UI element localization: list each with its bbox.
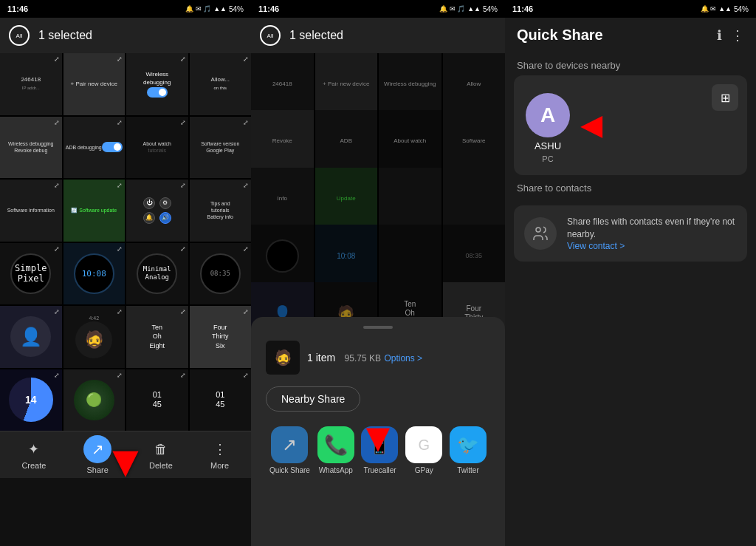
watch-cell[interactable]: FourThirtySix ⤢ (190, 306, 252, 368)
twitter-icon: 🐦 (450, 426, 487, 463)
watch-cell[interactable]: MinimalAnalog ⤢ (126, 243, 188, 305)
toggle (147, 87, 168, 98)
gpay-label: GPay (415, 466, 433, 474)
expand-icon: ⤢ (54, 245, 60, 253)
watch-cell[interactable]: 0145 ⤢ (190, 369, 252, 431)
wifi-icon-1: ▲▲ (213, 5, 227, 13)
device-avatar: A (526, 93, 570, 137)
watch-cell[interactable]: 4:42 🧔 ⤢ (63, 306, 126, 368)
item-thumbnail: 🧔 (266, 341, 300, 375)
status-bar-1: 11:46 🔔 ✉ 🎵 ▲▲ 54% (0, 0, 251, 18)
status-bar-3: 11:46 🔔 ✉ ▲▲ 54% (505, 0, 756, 18)
expand-icon: ⤢ (117, 55, 123, 63)
status-bar-2: 11:46 🔔 ✉ 🎵 ▲▲ 54% (251, 0, 505, 18)
truecaller-label: Truecaller (363, 466, 396, 474)
grid-cell[interactable]: Software information ⤢ (0, 180, 62, 242)
status-badge-3: 🔔 ✉ (701, 5, 717, 13)
cell-content: 246418IP addr... (21, 76, 41, 92)
status-icons-3: 🔔 ✉ ▲▲ 54% (701, 5, 749, 13)
create-icon: ✦ (24, 440, 44, 459)
avatar-letter: A (540, 103, 555, 127)
battery-1: 54% (229, 5, 244, 13)
selected-text-2: 1 selected (289, 29, 343, 42)
sheet-handle (363, 326, 393, 329)
twitter-app[interactable]: 🐦 Twitter (450, 426, 487, 474)
grid-cell[interactable]: About watchtutorials ⤢ (126, 117, 188, 179)
item-info: 1 item 95.75 KB Options > (307, 351, 490, 364)
watch-cell[interactable]: 0145 ⤢ (126, 369, 188, 431)
nearby-share-button[interactable]: Nearby Share (266, 386, 360, 412)
watch-cell[interactable]: 14 ⤢ (0, 369, 62, 431)
svg-point-0 (536, 228, 540, 232)
toggle (102, 142, 123, 152)
notification-icons-1: 🔔 ✉ 🎵 (185, 5, 211, 13)
status-icons-2: 🔔 ✉ 🎵 ▲▲ 54% (439, 5, 498, 13)
grid-cell[interactable]: Wireless debugging ⤢ (126, 53, 188, 115)
panel-1: 11:46 🔔 ✉ 🎵 ▲▲ 54% All 1 selected 246418… (0, 0, 251, 546)
info-icon[interactable]: ℹ (717, 27, 722, 44)
grid-cell[interactable]: 🔄 Software update ⤢ (63, 180, 126, 242)
expand-icon: ⤢ (243, 372, 249, 379)
device-type: PC (542, 154, 553, 163)
watch-cell[interactable]: SimplePixel ⤢ (0, 243, 62, 305)
watch-face: 08:35 (190, 243, 252, 305)
grid-cell[interactable]: 246418IP addr... ⤢ (0, 53, 62, 115)
expand-icon: ⤢ (54, 119, 60, 126)
cell-content: Wireless debuggingRevoke debug (8, 140, 53, 154)
expand-icon: ⤢ (243, 55, 249, 63)
contacts-card: Share files with contacts even if they'r… (514, 205, 747, 262)
watch-cell[interactable]: TenOhEight ⤢ (126, 306, 188, 368)
grid-cell[interactable]: Software versionGoogle Play ⤢ (190, 117, 252, 179)
expand-icon: ⤢ (180, 182, 186, 189)
expand-icon: ⤢ (243, 182, 249, 189)
sheet-item-row: 🧔 1 item 95.75 KB Options > (260, 338, 496, 378)
quick-share-app[interactable]: ↗ Quick Share (269, 426, 310, 474)
expand-icon: ⤢ (180, 245, 186, 253)
all-label-1: All (16, 33, 23, 39)
create-button[interactable]: ✦ Create (21, 440, 46, 470)
red-arrow-down-1: ▼ (103, 436, 147, 487)
view-contact-link[interactable]: View contact > (567, 241, 737, 251)
watch-cell[interactable]: 10:08 ⤢ (63, 243, 126, 305)
whatsapp-icon: 📞 (317, 426, 354, 463)
grid-cell[interactable]: ⏻ ⚙ 🔔 🔊 ⤢ (126, 180, 188, 242)
contacts-info: Share files with contacts even if they'r… (567, 216, 737, 251)
all-circle-2[interactable]: All (260, 25, 281, 46)
watch-cell[interactable]: 08:35 ⤢ (190, 243, 252, 305)
delete-button[interactable]: 🗑 Delete (149, 440, 173, 470)
expand-icon: ⤢ (54, 55, 60, 63)
qr-icon: ⊞ (721, 91, 730, 105)
cell-content: Allow...on this (211, 76, 230, 92)
all-circle-1[interactable]: All (9, 25, 30, 46)
create-label: Create (21, 461, 46, 470)
whatsapp-app[interactable]: 📞 WhatsApp (317, 426, 354, 474)
delete-label: Delete (149, 461, 173, 470)
more-icon[interactable]: ⋮ (731, 27, 744, 44)
watch-face: SimplePixel (0, 243, 62, 305)
header-icons: ℹ ⋮ (717, 27, 744, 44)
more-button[interactable]: ⋮ More (210, 440, 230, 470)
grid-cell[interactable]: ADB debugging ⤢ (63, 117, 126, 179)
qr-code-button[interactable]: ⊞ (712, 84, 738, 111)
time-2: 11:46 (258, 4, 279, 13)
grid-cell[interactable]: Tips andtutorialsBattery info ⤢ (190, 180, 252, 242)
expand-icon: ⤢ (243, 119, 249, 126)
expand-icon: ⤢ (117, 182, 123, 189)
delete-icon: 🗑 (151, 440, 171, 459)
expand-icon: ⤢ (117, 245, 123, 253)
devices-card: ⊞ A ASHU PC ◀ (514, 75, 747, 175)
cell-content: Software information (7, 207, 55, 214)
gpay-app[interactable]: G GPay (405, 426, 442, 474)
expand-icon: ⤢ (180, 308, 186, 315)
watch-cell[interactable]: 👤 ⤢ (0, 306, 62, 368)
expand-icon: ⤢ (117, 372, 123, 379)
expand-icon: ⤢ (180, 119, 186, 126)
grid-cell[interactable]: Allow...on this ⤢ (190, 53, 252, 115)
device-item[interactable]: A ASHU PC (526, 93, 570, 163)
grid-cell[interactable]: Wireless debuggingRevoke debug ⤢ (0, 117, 62, 179)
grid-cell[interactable]: + Pair new device ⤢ (63, 53, 126, 115)
expand-icon: ⤢ (180, 372, 186, 379)
red-arrow-left: ◀ (581, 110, 602, 141)
watch-cell[interactable]: 🟢 ⤢ (63, 369, 126, 431)
quick-share-title: Quick Share (517, 27, 603, 44)
